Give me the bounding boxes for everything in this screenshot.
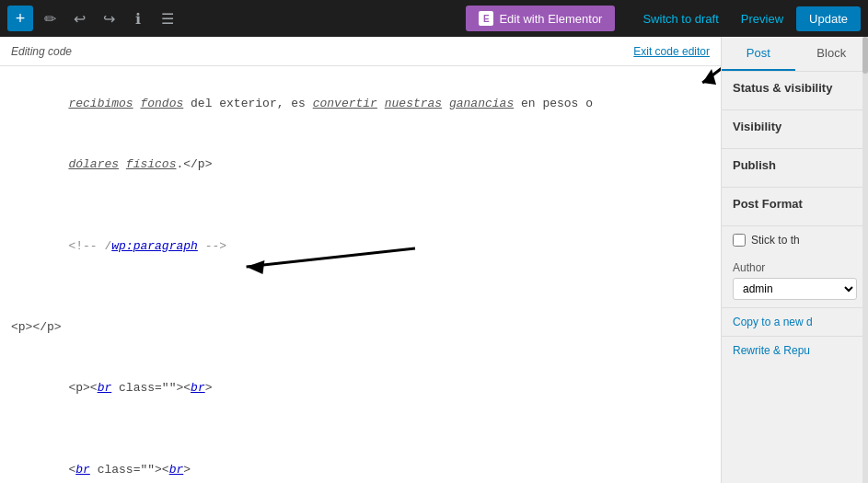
- sidebar-tabs: Post Block: [722, 37, 868, 72]
- editor-area: Editing code Exit code editor recibimos …: [0, 37, 721, 483]
- elementor-icon: E: [479, 11, 493, 26]
- tab-post[interactable]: Post: [722, 37, 795, 71]
- edit-icon-button[interactable]: ✏: [37, 6, 63, 31]
- author-label: Author: [733, 261, 857, 274]
- redo-button[interactable]: ↪: [96, 6, 122, 31]
- editing-code-bar: Editing code Exit code editor: [0, 37, 721, 66]
- editing-code-label: Editing code: [11, 45, 72, 58]
- author-section: Author admin: [722, 254, 868, 308]
- post-format-section: Post Format: [722, 188, 868, 226]
- switch-to-draft-button[interactable]: Switch to draft: [633, 6, 727, 31]
- edit-with-elementor-button[interactable]: E Edit with Elementor: [466, 6, 615, 31]
- code-line: <p></p>: [11, 317, 710, 338]
- toolbar: + ✏ ↩ ↪ ℹ ☰ E Edit with Elementor Switch…: [0, 0, 868, 37]
- preview-button[interactable]: Preview: [732, 6, 793, 31]
- copy-to-new-draft-link[interactable]: Copy to a new d: [722, 308, 868, 337]
- right-sidebar: Post Block Status & visibility Visibilit…: [721, 37, 868, 483]
- main-layout: Editing code Exit code editor recibimos …: [0, 37, 868, 483]
- code-line: [11, 196, 710, 216]
- publish-section: Publish: [722, 149, 868, 188]
- code-line: dólares físicos.</p>: [11, 134, 710, 195]
- code-line: [11, 420, 710, 440]
- exit-code-editor-button[interactable]: Exit code editor: [633, 45, 710, 58]
- stick-to-top-label: Stick to th: [751, 234, 800, 247]
- tab-block[interactable]: Block: [795, 37, 869, 71]
- undo-button[interactable]: ↩: [66, 6, 92, 31]
- code-line: <!-- /wp:paragraph -->: [11, 216, 710, 277]
- rewrite-republish-link[interactable]: Rewrite & Repu: [722, 337, 868, 364]
- add-block-button[interactable]: +: [7, 6, 33, 31]
- visibility-section: Visibility: [722, 110, 868, 149]
- update-button[interactable]: Update: [796, 6, 861, 31]
- sidebar-scroll-thumb: [862, 37, 868, 74]
- code-line: [11, 297, 710, 317]
- status-visibility-section: Status & visibility: [722, 72, 868, 110]
- publish-title: Publish: [733, 158, 857, 172]
- code-line: [11, 277, 710, 297]
- toolbar-right: Switch to draft Preview Update: [633, 6, 861, 31]
- author-select[interactable]: admin: [733, 278, 857, 300]
- code-line: <br class=""><br>: [11, 440, 710, 483]
- code-editor[interactable]: recibimos fondos del exterior, es conver…: [0, 66, 721, 483]
- code-line: <p><br class=""><br>: [11, 358, 710, 419]
- stick-to-top-row: Stick to th: [722, 226, 868, 254]
- post-format-title: Post Format: [733, 197, 857, 211]
- stick-to-top-checkbox[interactable]: [733, 234, 746, 247]
- sidebar-scrollbar[interactable]: [862, 37, 868, 483]
- code-line: recibimos fondos del exterior, es conver…: [11, 74, 710, 134]
- code-line: [11, 338, 710, 358]
- menu-button[interactable]: ☰: [155, 6, 180, 31]
- status-visibility-title: Status & visibility: [733, 81, 857, 95]
- info-button[interactable]: ℹ: [125, 6, 151, 31]
- visibility-title: Visibility: [733, 120, 857, 133]
